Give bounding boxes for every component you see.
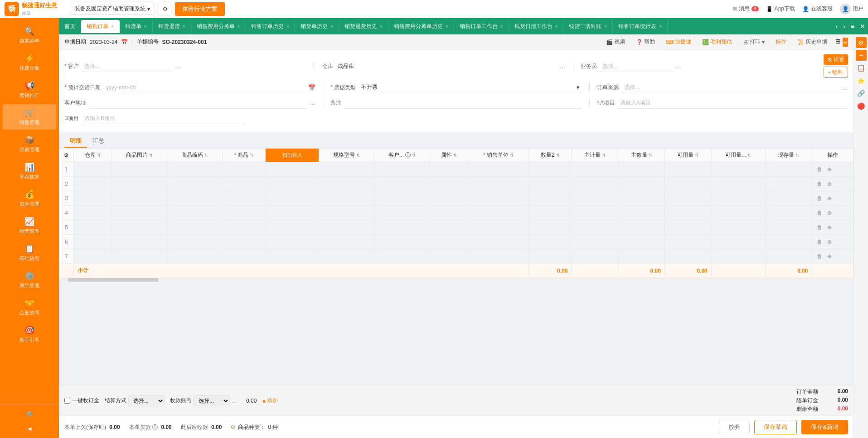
tab-order-stats[interactable]: 销售订单统计表 × <box>613 20 668 33</box>
sort-icon[interactable]: ⇅ <box>695 153 698 158</box>
tab-cash-workbench[interactable]: 钱货日清工作台 × <box>509 20 564 33</box>
close-icon[interactable]: × <box>111 24 114 29</box>
customer-address-input[interactable] <box>89 97 306 109</box>
customer-dots[interactable]: … <box>175 63 181 70</box>
tab-expense-history[interactable]: 销售费用分摊单历史 × <box>388 20 454 33</box>
right-star-button[interactable]: ⭐ <box>856 75 867 86</box>
sort-icon[interactable]: ⇅ <box>149 153 153 158</box>
close-icon[interactable]: × <box>659 24 662 29</box>
th-settings[interactable]: ⚙ <box>59 149 74 162</box>
order-source-dots[interactable]: … <box>842 84 848 91</box>
payment-method-select[interactable]: 选择... <box>128 395 165 406</box>
right-add-button[interactable]: + <box>856 50 867 61</box>
tab-prev-button[interactable]: ‹ <box>833 21 840 32</box>
view-button[interactable]: 🎬 视频 <box>603 37 628 47</box>
right-alert-button[interactable]: 🔴 <box>856 101 867 111</box>
close-icon[interactable]: × <box>330 24 333 29</box>
copy-icon[interactable]: ⊕ <box>825 165 834 173</box>
copy-icon[interactable]: ⊕ <box>825 180 834 188</box>
sidebar-item-sales[interactable]: 🛒 销售管理 <box>3 104 56 130</box>
close-icon[interactable]: × <box>446 24 448 29</box>
sort-icon[interactable]: ⇅ <box>250 153 253 158</box>
save-draft-button[interactable]: 保存草稿 <box>754 420 797 434</box>
settings-button[interactable]: ⚙ <box>159 3 171 15</box>
sidebar-item-enterprise[interactable]: 🤝 企业协同 <box>3 294 56 320</box>
message-button[interactable]: ✉ 消息 9 <box>732 5 759 13</box>
sort-icon[interactable]: ⇅ <box>356 153 360 158</box>
help-button[interactable]: ❓ 帮助 <box>633 37 658 47</box>
close-icon[interactable]: × <box>238 24 240 29</box>
close-icon[interactable]: × <box>555 24 558 29</box>
close-icon[interactable]: × <box>144 24 147 29</box>
sidebar-item-guide[interactable]: 🎯 新手引导 <box>3 322 56 347</box>
tab-sales-expense[interactable]: 销售费用分摊单 × <box>191 20 246 33</box>
right-settings-button[interactable]: ⚙ <box>856 37 867 48</box>
calendar-icon[interactable]: 📅 <box>308 84 315 91</box>
sort-icon[interactable]: ⇅ <box>649 153 652 158</box>
discard-button[interactable]: 放弃 <box>719 420 750 434</box>
user-button[interactable]: 👤 用户 <box>840 4 863 14</box>
tab-sales-return[interactable]: 销货退货 × <box>153 20 191 33</box>
customer-input[interactable] <box>82 60 172 72</box>
print-button[interactable]: 🖨 打印 ▾ <box>740 37 767 47</box>
close-icon[interactable]: × <box>604 24 607 29</box>
delete-icon[interactable]: 🗑 <box>815 238 824 246</box>
delete-icon[interactable]: 🗑 <box>815 252 824 260</box>
tab-home[interactable]: 首页 <box>59 20 81 33</box>
delete-icon[interactable]: 🗑 <box>815 223 824 231</box>
tab-sales-order[interactable]: 销售订单 × <box>81 20 120 33</box>
one-click-checkbox[interactable] <box>64 398 70 404</box>
history-button[interactable]: 📜 历史单据 <box>795 37 830 47</box>
close-icon[interactable]: × <box>286 24 289 29</box>
tab-order-history[interactable]: 销售订单历史 × <box>246 20 295 33</box>
sort-icon[interactable]: ⇅ <box>97 153 101 158</box>
remark-input[interactable] <box>344 97 582 109</box>
sidebar-item-quick[interactable]: ⚡ 快捷导航 <box>3 50 56 75</box>
info-icon[interactable]: ⓘ <box>152 424 158 430</box>
scrollbar-thumb[interactable] <box>68 278 159 282</box>
close-icon[interactable]: × <box>380 24 383 29</box>
expand-icon[interactable]: ⊞ <box>835 38 841 47</box>
save-new-button[interactable]: 保存&新增 <box>801 420 848 434</box>
industry-button[interactable]: 体验行业方案 <box>175 2 225 16</box>
close-icon[interactable]: × <box>183 24 185 29</box>
sort-icon[interactable]: ⇅ <box>412 153 416 158</box>
sort-icon[interactable]: ⇅ <box>204 153 208 158</box>
tab-invoice-history[interactable]: 销货单历史 × <box>295 20 339 33</box>
system-selector[interactable]: 装备及固定资产辅助管理系统 ▾ <box>70 3 155 15</box>
copy-icon[interactable]: ⊕ <box>825 238 834 246</box>
delete-icon[interactable]: 🗑 <box>815 194 824 202</box>
delete-icon[interactable]: 🗑 <box>815 209 824 217</box>
add-item-btn[interactable]: + 物料 <box>824 67 848 78</box>
tab-cash-reconcile[interactable]: 钱货日清对账 × <box>563 20 613 33</box>
sidebar-item-system[interactable]: ⚙️ 系统管理 <box>3 267 56 293</box>
tab-return-history[interactable]: 销货退货历史 × <box>339 20 388 33</box>
right-link-button[interactable]: 🔗 <box>856 88 867 99</box>
delivery-date-input[interactable] <box>103 82 305 93</box>
salesperson-input[interactable] <box>600 60 672 72</box>
right-list-button[interactable]: 📋 <box>856 63 867 73</box>
sort-icon[interactable]: ⇅ <box>795 153 799 158</box>
layout-icon[interactable]: ≡ <box>843 38 848 47</box>
scan-button[interactable]: 扫码录入 <box>280 151 305 159</box>
scrollbar[interactable] <box>59 278 853 282</box>
tab-summary[interactable]: 汇总 <box>87 135 110 148</box>
profit-button[interactable]: 💹 毛利预估 <box>699 37 735 47</box>
sidebar-item-basic[interactable]: 📋 基础信息 <box>3 240 56 265</box>
info-icon[interactable]: ⓘ <box>405 151 411 159</box>
tab-detail[interactable]: 明细 <box>64 135 87 148</box>
b-project-input[interactable] <box>82 112 246 124</box>
operation-button[interactable]: 操作 <box>773 37 789 47</box>
sort-icon[interactable]: ⇅ <box>602 153 606 158</box>
copy-icon[interactable]: ⊕ <box>825 252 834 260</box>
salesperson-dots[interactable]: … <box>675 63 681 70</box>
sort-icon[interactable]: ⇅ <box>556 153 560 158</box>
app-download-button[interactable]: 📱 App下载 <box>766 5 795 13</box>
close-icon[interactable]: × <box>500 24 503 29</box>
tab-order-workbench[interactable]: 销售订单工作台 × <box>454 20 509 33</box>
sort-icon[interactable]: ⇅ <box>453 153 457 158</box>
sidebar-item-marketing[interactable]: 📢 营销推广 <box>3 77 56 102</box>
warehouse-dots[interactable]: … <box>559 63 566 70</box>
a-project-input[interactable] <box>617 97 848 109</box>
copy-icon[interactable]: ⊕ <box>825 223 834 231</box>
